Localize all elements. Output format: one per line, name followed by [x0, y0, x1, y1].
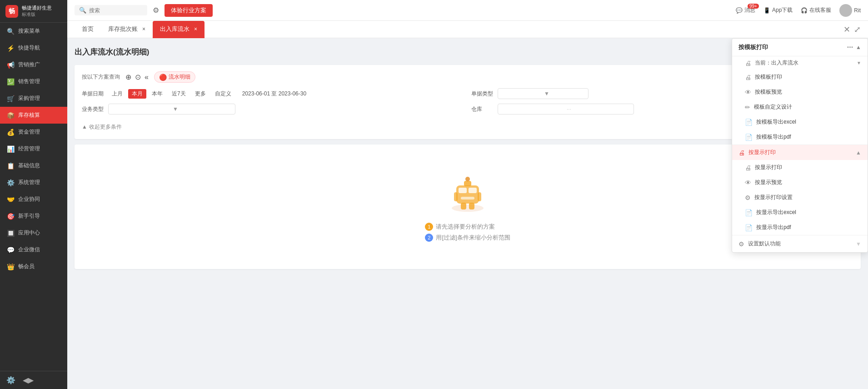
sidebar-item-label: 新手引导	[18, 212, 40, 220]
sidebar-item-app-center[interactable]: 🔲 应用中心	[0, 224, 67, 241]
sidebar-item-enterprise[interactable]: 🤝 企业协同	[0, 191, 67, 208]
collapse-icon[interactable]: ◀▶	[23, 376, 34, 384]
dropdown-item-template-print[interactable]: 🖨 按模板打印	[732, 70, 868, 85]
svg-rect-2	[459, 188, 467, 193]
dropdown-item-display-excel[interactable]: 📄 按显示导出excel	[732, 205, 868, 220]
chevron-up-icon[interactable]: ▲	[856, 44, 861, 50]
topbar-search-box[interactable]: 🔍	[75, 5, 147, 15]
doc-type-select[interactable]: ▼	[498, 88, 589, 99]
sidebar-item-label: 库存核算	[18, 111, 40, 119]
sidebar-item-label: 系统管理	[18, 179, 40, 186]
sidebar-item-marketing[interactable]: 📢 营销推广	[0, 56, 67, 73]
footer-arrow-icon: ▼	[856, 241, 861, 247]
dropdown-current[interactable]: 🖨 当前：出入库流水 ▼	[732, 56, 868, 70]
svg-rect-9	[461, 203, 466, 209]
item-label: 按显示打印设置	[754, 194, 861, 201]
empty-tip-1: 1 请先选择要分析的方案	[425, 223, 510, 231]
tab-batch-label: 库存批次账	[108, 25, 138, 33]
gear-icon: ⚙	[738, 240, 744, 248]
dropdown-item-template-custom[interactable]: ✏ 模板自定义设计	[732, 100, 868, 115]
ellipsis-icon[interactable]: ···	[847, 43, 853, 51]
main-area: 🔍 ⚙ 体验行业方案 💬 消息 99+ 📱 App下载 🎧 在线客服 Rit	[67, 0, 868, 389]
dropdown-item-display-pdf[interactable]: 📄 按显示导出pdf	[732, 220, 868, 235]
sidebar-item-wechat[interactable]: 💬 企业微信	[0, 241, 67, 258]
logo-text-block: 畅捷通好生意 标准版	[22, 5, 52, 17]
warehouse-select[interactable]: ···	[498, 104, 634, 115]
dropdown-item-template-pdf[interactable]: 📄 按模板导出pdf	[732, 130, 868, 145]
settings-icon[interactable]: ⚙	[153, 6, 159, 15]
sidebar-item-label: 资金管理	[18, 128, 40, 136]
dropdown-item-display-settings[interactable]: ⚙ 按显示打印设置	[732, 190, 868, 205]
excel-icon: 📄	[745, 119, 753, 126]
tab-home[interactable]: 首页	[75, 21, 101, 38]
gear-icon: ⚙	[745, 194, 751, 201]
biz-type-select[interactable]: ▼	[108, 104, 235, 115]
dropdown-section-2: 🖨 按显示打印 ▲ 🖨 按显示打印 👁 按显示预览 ⚙ 按显示打印设置	[732, 145, 868, 235]
cart-icon: 🛒	[6, 95, 15, 102]
message-badge: 99+	[748, 4, 759, 9]
dropdown-item-template-preview[interactable]: 👁 按模板预览	[732, 85, 868, 100]
tab-batch[interactable]: 库存批次账 ×	[101, 21, 153, 38]
date-opt-prev-month[interactable]: 上月	[108, 89, 126, 99]
display-section-header[interactable]: 🖨 按显示打印 ▲	[732, 145, 868, 160]
filter-settings-icon[interactable]: ⊙	[135, 73, 141, 81]
app-download-button[interactable]: 📱 App下载	[763, 6, 793, 14]
footer-label: 设置默认功能	[748, 240, 781, 248]
date-opt-current-year[interactable]: 本年	[148, 89, 166, 99]
item-label: 按显示打印	[755, 164, 861, 171]
search-icon: 🔍	[79, 7, 86, 14]
sidebar-item-inventory[interactable]: 📦 库存核算	[0, 107, 67, 124]
trial-button[interactable]: 体验行业方案	[165, 4, 213, 17]
sidebar-item-vip[interactable]: 👑 畅会员	[0, 258, 67, 275]
date-opt-custom[interactable]: 自定义	[211, 89, 235, 99]
crown-icon: 👑	[6, 263, 15, 270]
collapse-button[interactable]: ▲ 收起更多条件	[82, 121, 122, 133]
doc-type-arrow-icon: ▼	[544, 90, 584, 97]
biz-type-filter-group: 业务类型 ▼	[82, 104, 464, 115]
dropdown-header: 按模板打印 ··· ▲	[732, 39, 868, 56]
empty-tip-2: 2 用[过滤]条件来缩小分析范围	[425, 234, 510, 242]
sidebar-item-purchase[interactable]: 🛒 采购管理	[0, 90, 67, 107]
filter-collapse-icon[interactable]: «	[145, 73, 149, 81]
message-button[interactable]: 💬 消息 99+	[736, 6, 755, 14]
date-opt-current-month[interactable]: 本月	[128, 89, 146, 99]
tab-maximize-icon[interactable]: ⤢	[854, 25, 861, 35]
message-icon: 💬	[736, 7, 743, 14]
sidebar-item-finance[interactable]: 💰 资金管理	[0, 124, 67, 140]
dropdown-item-template-excel[interactable]: 📄 按模板导出excel	[732, 115, 868, 130]
tab-flow[interactable]: 出入库流水 ×	[153, 21, 205, 38]
sidebar-item-label: 搜索菜单	[18, 27, 40, 35]
sidebar-item-quick-nav[interactable]: ⚡ 快捷导航	[0, 40, 67, 56]
dropdown-item-display-print[interactable]: 🖨 按显示打印	[732, 160, 868, 175]
user-name: Rit	[854, 7, 861, 14]
sidebar-item-label: 销售管理	[18, 78, 40, 85]
sidebar-item-search[interactable]: 🔍 搜索菜单	[0, 23, 67, 40]
tab-restore-icon[interactable]: ✕	[843, 25, 850, 35]
page-title: 出入库流水(流水明细)	[75, 47, 149, 57]
tab-batch-close[interactable]: ×	[142, 26, 145, 32]
tab-flow-close[interactable]: ×	[194, 26, 197, 32]
date-range: 2023-06-01 至 2023-06-30	[242, 90, 306, 98]
printer-icon: 🖨	[745, 74, 751, 81]
sidebar-item-guide[interactable]: 🎯 新手引导	[0, 208, 67, 224]
date-opt-more[interactable]: 更多	[191, 89, 210, 99]
dropdown-item-display-preview[interactable]: 👁 按显示预览	[732, 175, 868, 190]
filter-add-icon[interactable]: ⊕	[125, 73, 131, 81]
dropdown-footer[interactable]: ⚙ 设置默认功能 ▼	[732, 235, 868, 252]
date-opt-last-7[interactable]: 近7天	[168, 89, 190, 99]
date-filter-group: 单据日期 上月 本月 本年 近7天 更多 自定义 2023-06-01 至 20…	[82, 89, 464, 99]
item-label: 按显示导出pdf	[756, 224, 861, 231]
dropdown-header-actions: ··· ▲	[847, 43, 861, 51]
sidebar-item-operations[interactable]: 📊 经营管理	[0, 140, 67, 157]
online-service-button[interactable]: 🎧 在线客服	[801, 6, 831, 14]
search-input[interactable]	[89, 7, 143, 14]
chevron-up-icon: ▲	[82, 124, 87, 130]
user-avatar[interactable]: Rit	[839, 4, 861, 17]
tip-num-2: 2	[425, 234, 433, 242]
sidebar-item-sales[interactable]: 💹 销售管理	[0, 73, 67, 90]
sidebar-item-base-info[interactable]: 📋 基础信息	[0, 157, 67, 174]
settings-bottom-icon[interactable]: ⚙️	[6, 376, 15, 384]
eye-icon: 👁	[745, 89, 751, 96]
ops-icon: 📊	[6, 145, 15, 153]
sidebar-item-system[interactable]: ⚙️ 系统管理	[0, 174, 67, 191]
